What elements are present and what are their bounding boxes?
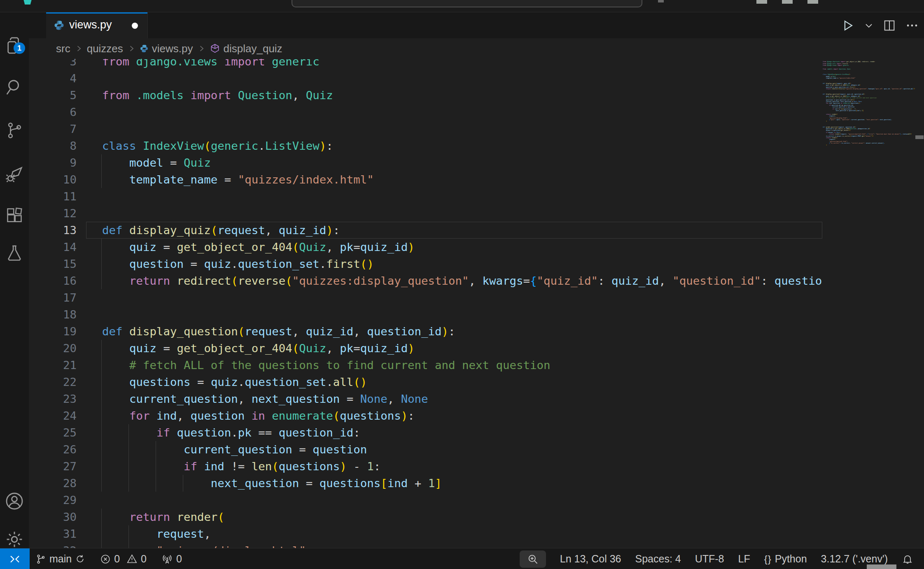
sidebar-item-extensions[interactable] [0,201,29,230]
python-file-icon [54,20,65,33]
line-number[interactable]: 14 [29,239,77,255]
chevron-right-icon [75,44,83,53]
app-logo-icon [23,0,33,5]
line-number[interactable]: 8 [29,137,77,154]
editor[interactable]: 1from django.shortcuts import get_object… [29,59,924,548]
minimap[interactable]: from django.shortcuts import get_object_… [823,61,917,546]
indentation-status[interactable]: Spaces: 4 [635,553,681,565]
ports-status[interactable]: 0 [161,553,182,565]
line-number[interactable]: 28 [29,475,77,492]
line-number[interactable]: 9 [29,154,77,171]
problems-status[interactable]: 0 0 [100,553,147,565]
vscode-window: 1 [0,0,924,569]
code-line: 6 [29,104,823,121]
line-number[interactable]: 6 [29,104,77,121]
line-number[interactable]: 17 [29,289,77,306]
minimap-line: ) [823,144,917,146]
code-line: 24 for ind, question in enumerate(questi… [29,407,823,424]
code-line: 18 [29,306,823,323]
line-number[interactable]: 21 [29,357,77,374]
line-number[interactable]: 23 [29,390,77,407]
code-text: current_question = question [102,441,367,458]
breadcrumb-item-views-py[interactable]: views.py [140,42,193,55]
title-bar [0,0,924,12]
line-number[interactable]: 4 [29,70,77,87]
line-number[interactable]: 25 [29,424,77,441]
breadcrumb-item-quizzes[interactable]: quizzes [87,42,123,55]
code-text: current_question, next_question = None, … [102,390,428,407]
code-line: 21 # fetch ALL of the questions to find … [29,357,823,374]
code-line: 8class IndexView(generic.ListView): [29,137,823,154]
bell-icon [902,553,913,565]
status-bar-left: main 0 0 0 [35,548,182,569]
git-branch-status[interactable]: main [35,553,85,565]
line-number[interactable]: 32 [29,542,77,548]
line-number[interactable]: 13 [29,222,77,239]
code-line: 23 current_question, next_question = Non… [29,390,823,407]
line-number[interactable]: 5 [29,87,77,104]
line-number[interactable]: 7 [29,121,77,137]
sidebar-item-explorer[interactable]: 1 [0,31,29,60]
breadcrumb-item-src[interactable]: src [56,42,70,55]
close-icon[interactable] [807,0,818,4]
language-status[interactable]: {} Python [764,553,807,565]
indent-guide [101,424,102,441]
sidebar-item-accounts[interactable] [0,486,29,516]
line-number[interactable]: 15 [29,255,77,272]
cursor-position-status[interactable]: Ln 13, Col 36 [560,553,621,565]
line-number[interactable]: 31 [29,525,77,542]
code-line: 22 questions = quiz.question_set.all() [29,374,823,390]
explorer-badge: 1 [14,42,25,54]
minimize-icon[interactable] [756,0,767,4]
notifications-bell[interactable] [902,553,913,565]
line-number[interactable]: 24 [29,407,77,424]
line-number[interactable]: 11 [29,188,77,205]
line-number[interactable]: 20 [29,340,77,357]
run-python-file-button[interactable] [841,19,855,33]
code-line: 10 template_name = "quizzes/index.html" [29,171,823,188]
editor-group: views.py src quizzes [29,12,924,548]
sidebar-item-testing[interactable] [0,238,29,268]
code-line: 26 current_question = question [29,441,823,458]
scrollbar-decoration[interactable] [915,135,924,139]
sidebar-item-source-control[interactable] [0,116,29,145]
status-bar-right: Ln 13, Col 36 Spaces: 4 UTF-8 LF {} Pyth… [520,548,913,569]
zoom-indicator[interactable] [520,550,546,568]
encoding-status[interactable]: UTF-8 [695,553,724,565]
breadcrumb: src quizzes views.py display_quiz [29,38,924,59]
indent-guide [101,272,102,289]
sidebar-item-run-debug[interactable] [0,159,29,189]
command-center-search[interactable] [292,0,642,7]
indent-guide [101,340,102,357]
layout-control-icon[interactable] [658,0,664,2]
sidebar-item-search[interactable] [0,72,29,102]
line-number[interactable]: 10 [29,171,77,188]
indent-guide [101,390,102,407]
line-number[interactable]: 19 [29,323,77,340]
error-icon [100,554,111,564]
line-number[interactable]: 18 [29,306,77,323]
remote-indicator[interactable] [0,548,30,569]
eol-status[interactable]: LF [738,553,750,565]
tab-views-py[interactable]: views.py [46,12,148,38]
line-number[interactable]: 12 [29,205,77,222]
modified-dot-icon[interactable] [132,23,138,29]
line-number[interactable]: 22 [29,374,77,390]
git-branch-icon [5,121,24,140]
gear-icon [5,530,24,549]
indent-guide [101,357,102,374]
line-number[interactable]: 3 [29,59,77,70]
run-options-chevron-icon[interactable] [864,21,874,30]
indent-guide [101,525,102,542]
breadcrumb-item-display-quiz[interactable]: display_quiz [210,42,282,55]
more-actions-button[interactable] [905,19,919,33]
python-interpreter-status[interactable]: 3.12.7 ('.venv') [821,553,888,565]
split-editor-button[interactable] [883,19,896,32]
line-number[interactable]: 29 [29,492,77,509]
code-text: class IndexView(generic.ListView): [102,137,333,154]
maximize-icon[interactable] [782,0,793,4]
line-number[interactable]: 27 [29,458,77,475]
line-number[interactable]: 16 [29,272,77,289]
line-number[interactable]: 30 [29,509,77,525]
line-number[interactable]: 26 [29,441,77,458]
